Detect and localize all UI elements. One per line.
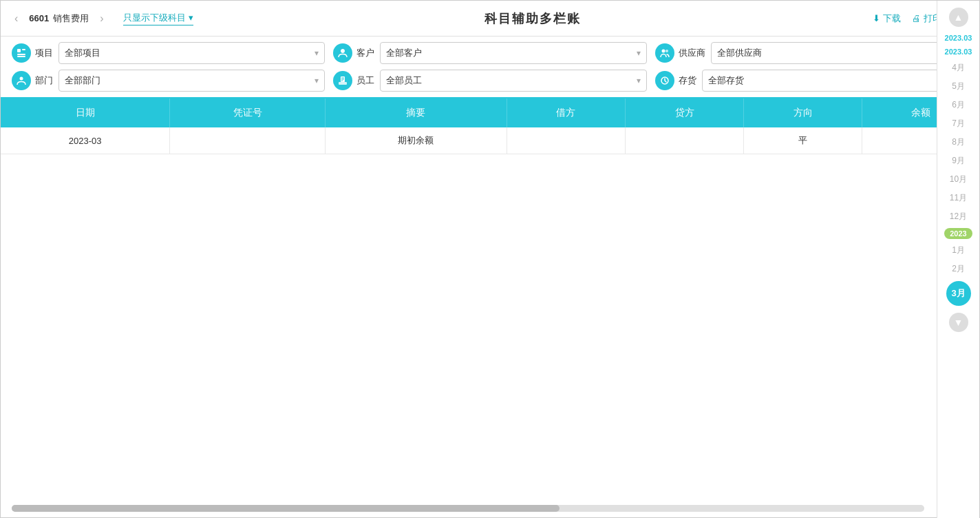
svg-rect-2 [17,54,25,55]
department-label-text: 部门 [35,74,53,87]
filter-stock-label: 存货 [655,71,696,90]
cell-voucher [170,127,326,154]
filter-department-row: 部门 全部部门 ▾ [12,70,325,92]
timeline-down-button[interactable]: ▼ [949,313,968,332]
department-select-value: 全部部门 [65,74,100,87]
show-sub-button[interactable]: 只显示下级科目 ▾ [123,12,193,25]
col-voucher: 凭证号 [170,99,326,127]
stock-icon [655,71,674,90]
timeline-item-2023-03-2[interactable]: 2023.03 [937,45,979,59]
bottom-scrollbar[interactable] [12,505,924,512]
customer-icon [333,43,352,63]
table-row: 2023-03期初余额平 [1,127,979,154]
cell-date: 2023-03 [1,127,170,154]
filter-department-label: 部门 [12,71,53,90]
department-icon [12,71,31,90]
filter-supplier-label: 供应商 [655,43,705,63]
timeline-item-10[interactable]: 10月 [937,170,979,189]
table-container: 日期 凭证号 摘要 借方 贷方 方向 余额 2023-03期初余额平 [1,97,979,154]
svg-rect-3 [17,56,25,57]
timeline-item-6[interactable]: 6月 [937,96,979,114]
print-icon: 🖨 [912,13,921,23]
department-chevron-icon: ▾ [315,76,319,85]
employee-icon [333,71,352,90]
show-sub-label: 只显示下级科目 [123,12,186,24]
timeline-up-button[interactable]: ▲ [949,8,968,27]
timeline-item-4[interactable]: 4月 [937,59,979,77]
download-label: 下载 [883,12,901,25]
nav-prev-btn[interactable]: ‹ [12,11,21,26]
cell-debit [507,127,625,154]
download-icon: ⬇ [873,13,880,23]
show-sub-chevron-icon: ▾ [189,12,193,23]
svg-point-4 [661,50,665,53]
data-table: 日期 凭证号 摘要 借方 贷方 方向 余额 2023-03期初余额平 [1,99,979,154]
side-timeline: ▲ 2023.03 2023.03 4月 5月 6月 7月 8月 9月 10月 … [937,1,979,518]
cell-direction: 平 [744,127,862,154]
project-select[interactable]: 全部项目 ▾ [58,42,325,64]
customer-label-text: 客户 [356,47,374,59]
download-button[interactable]: ⬇ 下载 [873,12,901,25]
supplier-select[interactable]: 全部供应商 ▾ [711,42,968,64]
timeline-item-9[interactable]: 9月 [937,152,979,170]
cell-credit [625,127,743,154]
timeline-item-12[interactable]: 12月 [937,207,979,226]
top-bar: ‹ 6601 销售费用 › 只显示下级科目 ▾ 科目辅助多栏账 ⬇ 下载 🖨 打… [1,1,979,37]
supplier-icon [655,43,674,63]
account-name: 销售费用 [53,12,89,25]
svg-point-6 [20,77,23,81]
table-header-row: 日期 凭证号 摘要 借方 贷方 方向 余额 [1,99,979,127]
timeline-item-5[interactable]: 5月 [937,77,979,96]
employee-select-value: 全部员工 [386,74,422,87]
timeline-item-11[interactable]: 11月 [937,189,979,207]
account-code: 6601 [29,13,49,23]
filter-bar: 项目 全部项目 ▾ 客户 全部客户 ▾ [1,37,979,97]
project-select-value: 全部项目 [65,47,100,59]
col-direction: 方向 [744,99,862,127]
department-select[interactable]: 全部部门 ▾ [58,70,325,92]
timeline-item-3-active[interactable]: 3月 [946,281,971,306]
nav-next-btn[interactable]: › [97,11,106,26]
filter-stock-row: 存货 全部存货 ▾ [655,70,968,92]
customer-select[interactable]: 全部客户 ▾ [380,42,646,64]
employee-select[interactable]: 全部员工 ▾ [380,70,646,92]
stock-select-value: 全部存货 [708,74,744,87]
supplier-select-value: 全部供应商 [717,47,762,59]
scrollbar-thumb [12,505,560,512]
timeline-item-8[interactable]: 8月 [937,133,979,152]
col-credit: 贷方 [625,99,743,127]
svg-rect-8 [339,82,347,85]
timeline-year-badge-2023[interactable]: 2023 [944,228,972,239]
customer-select-value: 全部客户 [386,47,422,59]
account-name-box: 6601 销售费用 [29,12,89,25]
supplier-label-text: 供应商 [679,47,705,59]
employee-chevron-icon: ▾ [637,76,641,85]
employee-label-text: 员工 [356,74,374,87]
timeline-item-1[interactable]: 1月 [937,241,979,260]
customer-chevron-icon: ▾ [637,48,641,58]
project-label-text: 项目 [35,47,53,59]
timeline-item-7[interactable]: 7月 [937,114,979,133]
svg-point-5 [665,50,668,52]
timeline-item-2[interactable]: 2月 [937,260,979,278]
filter-project-row: 项目 全部项目 ▾ [12,42,325,64]
filter-project-label: 项目 [12,43,53,63]
stock-label-text: 存货 [679,74,696,87]
project-chevron-icon: ▾ [315,48,319,58]
filter-employee-label: 员工 [333,71,374,90]
col-debit: 借方 [507,99,625,127]
svg-rect-0 [17,49,21,52]
cell-summary: 期初余额 [325,127,507,154]
filter-customer-row: 客户 全部客户 ▾ [333,42,646,64]
col-date: 日期 [1,99,170,127]
col-summary: 摘要 [325,99,507,127]
timeline-item-2023-03-1[interactable]: 2023.03 [937,31,979,45]
main-window: ‹ 6601 销售费用 › 只显示下级科目 ▾ 科目辅助多栏账 ⬇ 下载 🖨 打… [0,0,980,518]
svg-rect-1 [22,49,25,50]
filter-customer-label: 客户 [333,43,374,63]
stock-select[interactable]: 全部存货 ▾ [702,70,968,92]
project-icon [12,43,31,63]
filter-employee-row: 员工 全部员工 ▾ [333,70,646,92]
page-title: 科目辅助多栏账 [202,10,864,27]
filter-supplier-row: 供应商 全部供应商 ▾ [655,42,968,64]
